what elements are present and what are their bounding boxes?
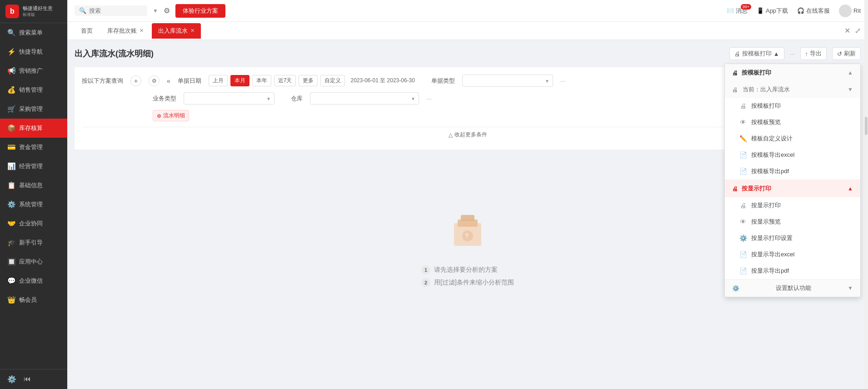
date-more[interactable]: 更多 bbox=[299, 75, 318, 86]
sidebar-item-purchase[interactable]: 🛒采购管理 bbox=[0, 100, 67, 119]
topbar-right: ✉️ 消息 99+ 📱 App下载 🎧 在线客服 Rit bbox=[727, 5, 861, 17]
action-dots[interactable]: ··· bbox=[790, 50, 795, 57]
close-window-icon[interactable]: ✕ bbox=[844, 26, 850, 35]
empty-illustration: ? bbox=[445, 209, 490, 265]
sidebar-item-basic[interactable]: 📋基础信息 bbox=[0, 176, 67, 195]
doc-type-more-icon[interactable]: ··· bbox=[560, 77, 566, 85]
sidebar-item-guide[interactable]: 🎓新手引导 bbox=[0, 233, 67, 252]
display-print-item[interactable]: 🖨 按显示打印 bbox=[725, 197, 860, 214]
preview-icon: 👁 bbox=[739, 119, 747, 126]
display-print-section-title: 🖨 按显示打印 bbox=[732, 185, 771, 193]
sidebar-item-collab[interactable]: 🤝企业协同 bbox=[0, 214, 67, 233]
date-last-7-days[interactable]: 近7天 bbox=[274, 75, 296, 86]
sidebar-label-collab: 企业协同 bbox=[19, 219, 43, 228]
tab-stock-flow[interactable]: 出入库流水 ✕ bbox=[152, 23, 201, 39]
warehouse-more-icon[interactable]: ··· bbox=[426, 95, 432, 102]
sidebar-item-inventory[interactable]: 📦库存核算 bbox=[0, 119, 67, 138]
dropdown-footer[interactable]: ⚙️ 设置默认功能 ▼ bbox=[725, 279, 860, 297]
sidebar-label-system: 系统管理 bbox=[19, 200, 43, 209]
collapse-button[interactable]: △ 收起更多条件 bbox=[449, 131, 487, 139]
date-current-month[interactable]: 本月 bbox=[230, 75, 249, 86]
filter-setting-button[interactable]: ⚙ bbox=[149, 75, 160, 86]
topbar-gear-icon[interactable]: ⚙ bbox=[164, 6, 170, 15]
tab-stock-flow-close[interactable]: ✕ bbox=[190, 28, 195, 34]
date-last-month[interactable]: 上月 bbox=[209, 75, 228, 86]
collapse-icon[interactable]: ⏮ bbox=[24, 375, 31, 384]
trial-button[interactable]: 体验行业方案 bbox=[175, 4, 225, 18]
maximize-window-icon[interactable]: ⤢ bbox=[855, 26, 861, 35]
template-print-section-header[interactable]: 🖨 按模板打印 ▲ bbox=[725, 64, 860, 81]
template-print-section: 🖨 按模板打印 ▲ 🖨 当前：出入库流水 ▼ bbox=[725, 64, 860, 180]
template-export-pdf-item[interactable]: 📄 按模板导出pdf bbox=[725, 163, 860, 180]
template-export-excel-item[interactable]: 📄 按模板导出excel bbox=[725, 147, 860, 163]
sidebar-item-system[interactable]: ⚙️系统管理 bbox=[0, 195, 67, 214]
date-current-year[interactable]: 本年 bbox=[252, 75, 271, 86]
empty-step-2: 2 用[过滤]条件来缩小分析范围 bbox=[421, 278, 514, 287]
display-export-pdf-item[interactable]: 📄 按显示导出pdf bbox=[725, 263, 860, 279]
date-range-text: 2023-06-01 至 2023-06-30 bbox=[350, 77, 414, 85]
page-actions: 🖨 按模板打印 ▲ ··· ↑ 导出 ↺ 刷新 bbox=[729, 47, 861, 60]
right-scrollbar bbox=[864, 0, 868, 389]
online-service-button[interactable]: 🎧 在线客服 bbox=[797, 7, 830, 15]
template-print-section-title: 🖨 按模板打印 bbox=[732, 69, 771, 77]
display-print-section-header[interactable]: 🖨 按显示打印 ▲ bbox=[725, 180, 860, 197]
display-export-excel-item[interactable]: 📄 按显示导出excel bbox=[725, 246, 860, 263]
topbar: 🔍 ▼ ⚙ 体验行业方案 ✉️ 消息 99+ 📱 App下载 🎧 在线客服 bbox=[67, 0, 868, 22]
doc-type-label: 单据类型 bbox=[431, 77, 455, 85]
sidebar-icon-inventory: 📦 bbox=[7, 124, 15, 132]
refresh-button[interactable]: ↺ 刷新 bbox=[832, 47, 861, 60]
warehouse-select[interactable] bbox=[310, 92, 419, 105]
sidebar-label-sales: 销售管理 bbox=[19, 86, 43, 94]
search-input[interactable] bbox=[89, 7, 135, 14]
sidebar-item-sales[interactable]: 💰销售管理 bbox=[0, 80, 67, 100]
sidebar-item-marketing[interactable]: 📢营销推广 bbox=[0, 61, 67, 80]
sidebar-item-finance[interactable]: 💳资金管理 bbox=[0, 138, 67, 157]
current-template-icon: 🖨 bbox=[732, 86, 738, 93]
search-box[interactable]: 🔍 bbox=[75, 5, 147, 16]
sidebar-item-operation[interactable]: 📊经营管理 bbox=[0, 157, 67, 176]
sidebar-item-apps[interactable]: 🔲应用中心 bbox=[0, 252, 67, 271]
tab-batch-account-close[interactable]: ✕ bbox=[140, 28, 144, 34]
display-print-settings-item[interactable]: ⚙️ 按显示打印设置 bbox=[725, 230, 860, 246]
app-download-button[interactable]: 📱 App下载 bbox=[757, 7, 788, 15]
date-custom[interactable]: 自定义 bbox=[320, 75, 345, 86]
tab-batch-account[interactable]: 库存批次账 ✕ bbox=[101, 23, 150, 39]
settings-icon[interactable]: ⚙️ bbox=[7, 375, 16, 384]
search-dropdown-icon[interactable]: ▼ bbox=[153, 8, 158, 14]
sidebar-label-operation: 经营管理 bbox=[19, 162, 43, 170]
filter-label: 按以下方案查询 bbox=[82, 77, 123, 85]
filter-collapse-button[interactable]: « bbox=[167, 77, 170, 85]
sidebar-item-search[interactable]: 🔍搜索菜单 bbox=[0, 23, 67, 42]
template-custom-item[interactable]: ✏️ 模板自定义设计 bbox=[725, 130, 860, 147]
sidebar-icon-quick-nav: ⚡ bbox=[7, 48, 15, 56]
right-scrollbar-thumb[interactable] bbox=[865, 117, 868, 135]
template-print-item[interactable]: 🖨 按模板打印 bbox=[725, 98, 860, 114]
current-template-item[interactable]: 🖨 当前：出入库流水 ▼ bbox=[725, 81, 860, 98]
doc-type-select[interactable] bbox=[462, 75, 553, 87]
print-button[interactable]: 🖨 按模板打印 ▲ bbox=[729, 47, 784, 60]
template-preview-item[interactable]: 👁 按模板预览 bbox=[725, 114, 860, 130]
messages-button[interactable]: ✉️ 消息 99+ bbox=[727, 7, 748, 15]
sidebar-icon-guide: 🎓 bbox=[7, 239, 15, 247]
filter-add-button[interactable]: + bbox=[130, 75, 141, 86]
phone-icon: 📱 bbox=[757, 7, 764, 14]
sidebar-icon-marketing: 📢 bbox=[7, 67, 15, 75]
sidebar-label-finance: 资金管理 bbox=[19, 143, 43, 151]
display-preview-item[interactable]: 👁 按显示预览 bbox=[725, 214, 860, 230]
business-type-select[interactable] bbox=[184, 92, 274, 105]
sidebar-item-vip[interactable]: 👑畅会员 bbox=[0, 290, 67, 309]
sidebar-label-basic: 基础信息 bbox=[19, 181, 43, 190]
filter-tag-item[interactable]: ⊕ 流水明细 bbox=[153, 110, 189, 121]
export-button[interactable]: ↑ 导出 bbox=[800, 47, 827, 60]
display-preview-icon: 👁 bbox=[739, 218, 747, 225]
sidebar-item-quick-nav[interactable]: ⚡快捷导航 bbox=[0, 42, 67, 61]
tab-home[interactable]: 首页 bbox=[75, 23, 99, 39]
sidebar-item-wechat[interactable]: 💬企业微信 bbox=[0, 271, 67, 290]
sidebar-label-vip: 畅会员 bbox=[19, 296, 37, 304]
content-area: 出入库流水(流水明细) 🖨 按模板打印 ▲ ··· ↑ 导出 ↺ 刷新 bbox=[67, 40, 868, 389]
business-type-select-wrapper bbox=[184, 92, 274, 105]
business-type-label: 业务类型 bbox=[153, 95, 176, 103]
user-profile[interactable]: Rit bbox=[839, 5, 861, 17]
date-filter-label: 单据日期 bbox=[178, 77, 201, 85]
app-logo: b 畅捷通好生意 标准版 bbox=[0, 0, 67, 23]
